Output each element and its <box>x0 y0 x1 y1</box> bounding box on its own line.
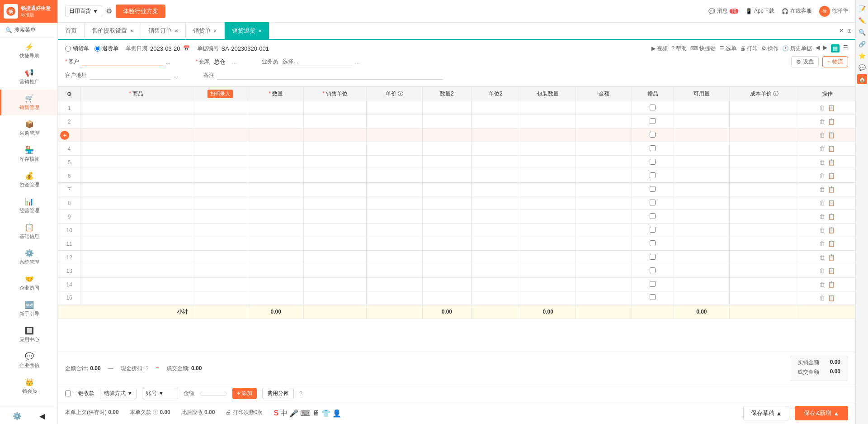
row-1-gift-checkbox[interactable] <box>650 105 656 110</box>
tab-home[interactable]: 首页 <box>58 22 85 39</box>
salesperson-input[interactable] <box>281 57 352 66</box>
logistics-btn[interactable]: + 物流 <box>822 56 848 67</box>
sidebar-item-shortcuts[interactable]: ⚡ 快捷导航 <box>0 38 57 64</box>
row-7-delete-btn[interactable]: 🗑 <box>819 186 825 193</box>
account-select[interactable]: 账号 ▼ <box>142 388 178 399</box>
row-9-delete-btn[interactable]: 🗑 <box>819 213 825 220</box>
radio-sales[interactable]: 销货单 <box>65 45 89 52</box>
scan-btn[interactable]: 扫码录入 <box>208 90 233 98</box>
row-1-cost-price[interactable] <box>730 101 799 115</box>
row-3-unit-price[interactable] <box>367 129 423 142</box>
row-2-qty2[interactable] <box>422 115 471 129</box>
message-btn[interactable]: 💬 消息 70 <box>708 7 738 15</box>
tab-price-settings[interactable]: 售价提取设置 ✕ <box>85 22 141 39</box>
address-dotted[interactable]: ... <box>174 72 178 79</box>
sidebar-item-marketing[interactable]: 📢 营销推广 <box>0 64 57 90</box>
one-click-payment-input[interactable] <box>65 391 71 396</box>
warehouse-dotted[interactable]: ... <box>232 59 236 65</box>
search-menu[interactable]: 🔍 搜索菜单 <box>0 23 57 38</box>
tab-sales-order-close[interactable]: ✕ <box>175 29 178 33</box>
expense-split-btn[interactable]: 费用分摊 <box>262 388 294 399</box>
row-5-delete-btn[interactable]: 🗑 <box>819 159 825 166</box>
tab-price-settings-close[interactable]: ✕ <box>130 29 133 33</box>
settings-btn[interactable]: ⚙ 设置 <box>791 56 819 67</box>
one-click-payment-checkbox[interactable]: 一键收款 <box>65 390 94 397</box>
sidebar-item-apps[interactable]: 🔲 应用中心 <box>0 322 57 348</box>
row-4-delete-btn[interactable]: 🗑 <box>819 145 825 152</box>
row-3-pack-qty[interactable] <box>520 129 576 142</box>
sidebar-item-sales[interactable]: 🛒 销售管理 <box>0 90 57 115</box>
sidebar-item-member[interactable]: 👑 畅会员 <box>0 373 57 399</box>
sidebar-item-inventory[interactable]: 🏪 库存核算 <box>0 141 57 167</box>
th-settings[interactable]: ⚙ <box>58 87 80 101</box>
toolbar-list-icon[interactable]: ☰ <box>843 44 848 52</box>
toolbar-grid-icon[interactable]: ▦ <box>831 44 840 52</box>
settings-bottom-icon[interactable]: ⚙️ <box>13 412 22 420</box>
row-1-quantity[interactable] <box>248 101 304 115</box>
sidebar-item-operation[interactable]: 📊 经营管理 <box>0 193 57 219</box>
tab-sales-return-close[interactable]: ✕ <box>258 29 262 33</box>
sidebar-item-system[interactable]: ⚙️ 系统管理 <box>0 244 57 270</box>
row-8-copy-btn[interactable]: 📋 <box>828 200 835 206</box>
row-3-product[interactable] <box>80 129 192 142</box>
experience-btn[interactable]: 体验行业方案 <box>116 5 165 18</box>
row-1-sales-unit[interactable] <box>304 101 367 115</box>
tab-sales-order[interactable]: 销售订单 ✕ <box>141 22 186 39</box>
row-6-copy-btn[interactable]: 📋 <box>828 172 835 179</box>
row-10-delete-btn[interactable]: 🗑 <box>819 227 825 233</box>
toolbar-print[interactable]: 🖨 打印 <box>740 44 758 52</box>
row-2-quantity[interactable] <box>248 115 304 129</box>
right-icon-link[interactable]: 🔗 <box>857 39 867 49</box>
row-1-delete-btn[interactable]: 🗑 <box>819 105 825 111</box>
row-2-delete-btn[interactable]: 🗑 <box>819 118 825 125</box>
row-2-copy-btn[interactable]: 📋 <box>828 118 835 125</box>
row-15-copy-btn[interactable]: 📋 <box>828 295 835 301</box>
save-new-btn[interactable]: 保存&新增 ▲ <box>795 406 848 420</box>
tab-close-all-icon[interactable]: ✕ <box>839 28 844 34</box>
row-13-copy-btn[interactable]: 📋 <box>828 267 835 274</box>
row-3-gift[interactable] <box>632 129 674 142</box>
toolbar-video[interactable]: ▶ 视频 <box>651 44 668 52</box>
salesperson-dotted[interactable]: ... <box>355 59 359 65</box>
toolbar-history[interactable]: 🕐 历史单据 <box>782 44 812 52</box>
row-2-pack-qty[interactable] <box>520 115 576 129</box>
row-2-product[interactable] <box>80 115 192 129</box>
row-14-delete-btn[interactable]: 🗑 <box>819 281 825 288</box>
radio-return[interactable]: 退货单 <box>94 45 118 52</box>
sidebar-item-finance[interactable]: 💰 资金管理 <box>0 167 57 193</box>
right-icon-active[interactable]: 🏠 <box>857 74 867 84</box>
address-input[interactable] <box>90 71 171 80</box>
row-5-copy-btn[interactable]: 📋 <box>828 159 835 166</box>
help-icon[interactable]: ? <box>299 391 302 397</box>
row-7-copy-btn[interactable]: 📋 <box>828 186 835 193</box>
right-icon-chat[interactable]: 💬 <box>857 62 867 72</box>
sidebar-item-enterprise[interactable]: 🤝 企业协同 <box>0 270 57 296</box>
sidebar-item-wechat[interactable]: 💬 企业微信 <box>0 348 57 373</box>
row-2-gift[interactable] <box>632 115 674 129</box>
row-2-unit-price[interactable] <box>367 115 423 129</box>
row-1-available[interactable] <box>674 101 730 115</box>
row-14-copy-btn[interactable]: 📋 <box>828 281 835 288</box>
row-11-copy-btn[interactable]: 📋 <box>828 240 835 247</box>
row-1-gift[interactable] <box>632 101 674 115</box>
tab-sales-close[interactable]: ✕ <box>213 29 217 33</box>
row-2-amount[interactable] <box>576 115 632 129</box>
toolbar-select[interactable]: ☰ 选单 <box>719 44 736 52</box>
user-profile[interactable]: 徐 徐泽华 <box>819 6 848 17</box>
add-row-btn[interactable]: + <box>60 131 69 140</box>
tab-expand-icon[interactable]: ⊞ <box>847 28 852 34</box>
collapse-icon[interactable]: ◀ <box>39 412 45 420</box>
row-1-pack-qty[interactable] <box>520 101 576 115</box>
right-icon-notes[interactable]: 📝 <box>857 4 867 14</box>
th-scan[interactable]: 扫码录入 <box>192 87 248 101</box>
row-13-delete-btn[interactable]: 🗑 <box>819 267 825 274</box>
sidebar-item-purchase[interactable]: 📦 采购管理 <box>0 115 57 141</box>
row-2-available[interactable] <box>674 115 730 129</box>
toolbar-prev-icon[interactable]: ◀ <box>816 44 820 52</box>
tab-sales[interactable]: 销货单 ✕ <box>186 22 225 39</box>
row-12-delete-btn[interactable]: 🗑 <box>819 254 825 261</box>
amount-input[interactable] <box>200 392 227 395</box>
row-3-sales-unit[interactable] <box>304 129 367 142</box>
calc-method-select[interactable]: 结算方式 ▼ <box>100 388 137 399</box>
tab-sales-return[interactable]: 销货退货 ✕ <box>225 22 269 39</box>
